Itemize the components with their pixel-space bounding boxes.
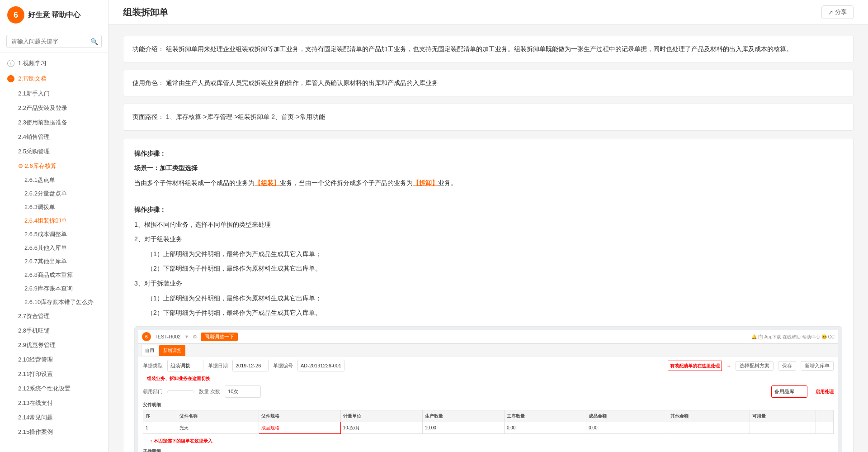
user-role-block: 使用角色： 通常由生产人员或库管人员完成拆装业务的操作，库管人员确认原材料的出库… [123, 70, 854, 96]
mock-tab-new-transfer[interactable]: 新增调货 [159, 345, 185, 356]
mock-top-row1: 1 光天 成品规格 10-次/月 10.00 0.00 0.00 [143, 422, 834, 434]
sidebar-item-data-prep[interactable]: 2.3使用前数据准备 [0, 115, 108, 130]
step1: 1、根据不同的业务，选择不同单据的类型来处理 [134, 219, 842, 231]
share-button[interactable]: ↗ 分享 [821, 5, 854, 19]
steps-sub-title: 操作步骤： [134, 204, 842, 216]
step2-2: （2）下部明细为子件明细，最终作为原材料生成其它出库单。 [134, 262, 842, 275]
sidebar-item-assembly[interactable]: 2.6.4组装拆卸单 [0, 214, 108, 228]
page-path-block: 页面路径： 1、库存核算->库存管理->组装拆卸单 2、首页->常用功能 [123, 104, 854, 130]
mock-col-prod-qty: 生产数量 [422, 410, 504, 422]
assembly-link[interactable]: 【组装】 [255, 179, 280, 186]
sidebar-item-stock-ledger[interactable]: 2.6.9库存账本查询 [0, 282, 108, 295]
mock-bottom-table-label: 子件明细 [143, 447, 834, 452]
sidebar-item-cases[interactable]: 2.15操作案例 [0, 425, 108, 439]
disassembly-link[interactable]: 【拆卸】 [413, 179, 438, 186]
sidebar-item-label: 2.帮助文档 [18, 75, 47, 83]
mock-col-parent-name: 父件名称 [177, 410, 259, 422]
sidebar-item-ops[interactable]: 2.10经营管理 [0, 352, 108, 367]
page-title: 组装拆卸单 [123, 6, 168, 19]
sidebar: 6 好生意 帮助中心 🔍 + 1.视频学习 − 2.帮助文档 2.1新手入门 2… [0, 0, 108, 452]
page-path-text: 1、库存核算->库存管理->组装拆卸单 2、首页->常用功能 [166, 113, 325, 120]
step3-1: （1）上部明细为父件明细，最终作为原材料生成其它出库单； [134, 292, 842, 305]
page-path-label: 页面路径： [132, 113, 164, 120]
mock-annotation2: 启用处理 [816, 387, 834, 396]
step3-2: （2）下部明细为子件明细，最终作为产成品生成其它入库单。 [134, 307, 842, 319]
sidebar-item-purchase[interactable]: 2.5采购管理 [0, 144, 108, 159]
sidebar-item-other-in[interactable]: 2.6.6其他入库单 [0, 241, 108, 255]
mock-form-area: 单据类型 组装调拨 单据日期 2019-12-26 单据编号 AD-201912… [138, 357, 838, 452]
sidebar-item-coupon[interactable]: 2.9优惠券管理 [0, 338, 108, 352]
mock-nav-tabs: 自用 新增调货 [138, 344, 838, 357]
sidebar-item-help-docs[interactable]: − 2.帮助文档 [0, 71, 108, 86]
sidebar-item-mobile[interactable]: 2.8手机旺铺 [0, 324, 108, 338]
mock-btn-sync[interactable]: 同期调整一下 [201, 333, 238, 341]
mock-num-value[interactable]: AD-20191226-001 [297, 360, 344, 372]
mock-qty-value[interactable]: 10次 [225, 385, 261, 398]
steps-title: 操作步骤： [134, 150, 166, 157]
search-input[interactable] [6, 35, 102, 48]
screenshot-container: 6 TEST-H002 ▼ ⚙ 同期调整一下 🔔 📋 App下载 在线帮助 帮助… [134, 326, 842, 452]
mock-top-table: 序 父件名称 父件规格 计量单位 生产数量 工序数量 成品金额 其他金额 可用量 [143, 410, 834, 434]
mock-annotation1: 有装配清单的在这里处理 [668, 361, 722, 371]
mock-col-seq: 序 [143, 410, 177, 422]
content-area: 功能介绍： 组装拆卸单用来处理企业组装或拆卸等加工业务，支持有固定装配清单的产品… [108, 25, 868, 452]
search-box: 🔍 [0, 30, 108, 53]
scene1-title: 场景一：加工类型选择 [134, 164, 198, 171]
main-panel: 组装拆卸单 ↗ 分享 功能介绍： 组装拆卸单用来处理企业组装或拆卸等加工业务，支… [108, 0, 868, 452]
sidebar-item-transfer[interactable]: 2.6.3调拨单 [0, 200, 108, 214]
sidebar-item-install[interactable]: 2.2产品安装及登录 [0, 101, 108, 115]
mock-type-label: 单据类型 [143, 361, 163, 371]
mock-date-value[interactable]: 2019-12-26 [232, 360, 269, 372]
mock-type-value[interactable]: 组装调拨 [167, 360, 203, 372]
share-icon: ↗ [828, 9, 833, 16]
mock-col-unit: 计量单位 [340, 410, 422, 422]
mock-company: TEST-H002 [155, 332, 180, 342]
sidebar-item-print[interactable]: 2.11打印设置 [0, 367, 108, 381]
expand-icon: − [7, 75, 14, 82]
sidebar-item-fund[interactable]: 2.7资金管理 [0, 309, 108, 324]
scene1-desc: 当由多个子件材料组装成一个成品的业务为【组装】业务，当由一个父件拆分成多个子产品… [134, 177, 842, 189]
sidebar-item-other-out[interactable]: 2.6.7其他出库单 [0, 255, 108, 268]
user-role-label: 使用角色： [132, 79, 164, 86]
app-title: 好生意 帮助中心 [28, 10, 80, 20]
mock-qty-label: 数量 次数 [199, 387, 220, 396]
sidebar-item-newbie[interactable]: 2.1新手入门 [0, 86, 108, 101]
sidebar-item-stocktake[interactable]: 2.6.1盘点单 [0, 173, 108, 187]
sidebar-item-cost-adjust[interactable]: 2.6.5成本调整单 [0, 228, 108, 241]
feature-intro-block: 功能介绍： 组装拆卸单用来处理企业组装或拆卸等加工业务，支持有固定装配清单的产品… [123, 36, 854, 62]
sidebar-item-video[interactable]: + 1.视频学习 [0, 56, 108, 71]
mock-col-proc-qty: 工序数量 [504, 410, 586, 422]
expand-icon: + [7, 60, 14, 67]
user-role-text: 通常由生产人员或库管人员完成拆装业务的操作，库管人员确认原材料的出库和产成品的入… [166, 79, 438, 86]
feature-intro-text: 组装拆卸单用来处理企业组装或拆卸等加工业务，支持有固定装配清单的产品加工业务，也… [166, 45, 793, 52]
mock-btn-select-plan[interactable]: 选择配料方案 [736, 361, 774, 371]
mock-logo: 6 [142, 332, 151, 341]
mock-form-row1: 单据类型 组装调拨 单据日期 2019-12-26 单据编号 AD-201912… [143, 360, 834, 372]
step3: 3、对于拆装业务 [134, 277, 842, 290]
mock-warehouse-value[interactable]: 备用品库 [771, 385, 807, 398]
mock-screen: 6 TEST-H002 ▼ ⚙ 同期调整一下 🔔 📋 App下载 在线帮助 帮助… [135, 327, 842, 452]
sidebar-item-cost-recalc[interactable]: 2.6.8商品成本重算 [0, 268, 108, 282]
sidebar-item-partial-stocktake[interactable]: 2.6.2分量盘点单 [0, 187, 108, 200]
sidebar-item-stock-error[interactable]: 2.6.10库存账本错了怎么办 [0, 295, 108, 309]
mock-top-table-label: 父件明细 [143, 400, 834, 409]
mock-dept-value[interactable] [167, 390, 194, 393]
mock-btn-new-in[interactable]: 新增入库单 [801, 361, 834, 371]
mock-col-parent-spec: 父件规格 [259, 410, 340, 422]
mock-btn-save[interactable]: 保存 [778, 361, 796, 371]
mock-col-avail-qty: 可用量 [750, 410, 816, 422]
sidebar-item-sales[interactable]: 2.4销售管理 [0, 130, 108, 144]
search-icon: 🔍 [90, 38, 98, 45]
mock-topbar-icons: 🔔 📋 App下载 在线帮助 帮助中心 😊 CC [751, 333, 835, 341]
mock-dept-label: 领用部门 [143, 387, 163, 396]
nav-section: + 1.视频学习 − 2.帮助文档 2.1新手入门 2.2产品安装及登录 2.3… [0, 53, 108, 442]
sidebar-item-inventory[interactable]: ⊖ 2.6库存核算 [0, 159, 108, 173]
sidebar-item-customize[interactable]: 2.12系统个性化设置 [0, 381, 108, 396]
mock-tab-self[interactable]: 自用 [141, 345, 158, 356]
step2-1: （1）上部明细为父件明细，最终作为产成品生成其它入库单； [134, 248, 842, 260]
sidebar-item-faq[interactable]: 2.14常见问题 [0, 410, 108, 425]
sidebar-item-online-pay[interactable]: 2.13在线支付 [0, 396, 108, 410]
steps-block: 操作步骤： 场景一：加工类型选择 当由多个子件材料组装成一个成品的业务为【组装】… [123, 138, 854, 452]
mock-dept-row: 领用部门 数量 次数 10次 备用品库 启用处理 [143, 385, 834, 398]
mock-bottom-annotation: ↑ 不固定连下的组单在这里录入 [150, 437, 834, 445]
